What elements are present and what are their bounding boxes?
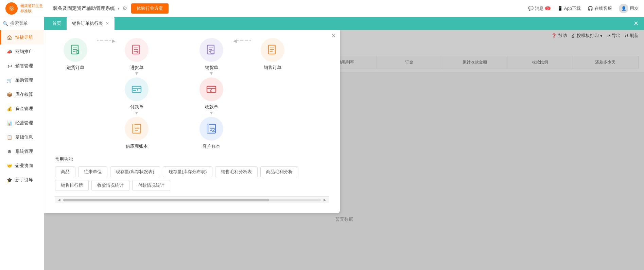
system-title-area: 装备及固定资产辅助管理系统 ▾ ⚙ bbox=[50, 5, 127, 12]
headset-icon: 🎧 bbox=[588, 6, 593, 11]
tab-home[interactable]: 首页 bbox=[47, 17, 67, 30]
svg-text:¥: ¥ bbox=[137, 88, 138, 91]
cooperation-icon: 🤝 bbox=[6, 163, 13, 169]
sidebar-item-guide[interactable]: 🎓 新手引导 bbox=[0, 173, 44, 187]
logo-area: ⑥ 畅康通好生意 标准版 bbox=[5, 2, 46, 15]
svg-rect-30 bbox=[207, 124, 209, 133]
settings-icon[interactable]: ⚙ bbox=[122, 5, 127, 12]
sidebar-item-marketing[interactable]: 📣 营销推广 bbox=[0, 44, 44, 59]
basic-info-icon: 📋 bbox=[6, 134, 13, 140]
scroll-left-icon[interactable]: ◀ bbox=[58, 198, 60, 202]
main-layout: 🔍 搜索菜单 🏠 快捷导航 📣 营销推广 🏷 销售管理 🛒 采购管理 📦 bbox=[0, 17, 644, 270]
node-receipt[interactable]: ¥ 收款单 bbox=[191, 77, 232, 110]
sales-bill-label: 销货单 bbox=[205, 65, 218, 71]
func-btns: 商品 往来单位 现存量(库存状况表) 现存量(库存分布表) 销售毛利分析表 商品… bbox=[55, 166, 329, 177]
search-menu[interactable]: 🔍 搜索菜单 bbox=[0, 17, 44, 30]
node-customer-ledger[interactable]: 客户账本 bbox=[191, 117, 232, 149]
guide-icon: 🎓 bbox=[6, 177, 13, 183]
scroll-right-icon[interactable]: ▶ bbox=[324, 198, 326, 202]
receipt-icon: ¥ bbox=[199, 77, 223, 101]
node-payment[interactable]: ¥ 付款单 bbox=[116, 77, 157, 110]
sidebar-item-operations[interactable]: 📊 经营管理 bbox=[0, 116, 44, 130]
trial-button[interactable]: 体验行业方案 bbox=[131, 3, 169, 14]
tab-sales-order-exec[interactable]: 销售订单执行表 ✕ bbox=[67, 17, 115, 30]
func-btn-sales-margin[interactable]: 销售毛利分析表 bbox=[215, 166, 258, 177]
flow-panel-close-icon[interactable]: ✕ bbox=[331, 33, 336, 39]
sidebar-item-finance[interactable]: 💰 资金管理 bbox=[0, 102, 44, 116]
supplier-ledger-label: 供应商账本 bbox=[126, 143, 148, 149]
system-title: 装备及固定资产辅助管理系统 bbox=[53, 5, 115, 12]
svg-rect-12 bbox=[211, 50, 214, 53]
sidebar: 🔍 搜索菜单 🏠 快捷导航 📣 营销推广 🏷 销售管理 🛒 采购管理 📦 bbox=[0, 17, 44, 270]
node-sales-bill[interactable]: 销货单 bbox=[191, 38, 232, 71]
customer-ledger-icon bbox=[199, 117, 223, 141]
purchase-icon: 🛒 bbox=[6, 77, 13, 83]
customer-ledger-label: 客户账本 bbox=[203, 143, 220, 149]
home-icon: 🏠 bbox=[6, 34, 13, 40]
message-badge: 5 bbox=[545, 6, 551, 10]
func-btn-sales-rank[interactable]: 销售排行榜 bbox=[55, 180, 89, 191]
operations-icon: 📊 bbox=[6, 120, 13, 126]
app-wrapper: ⑥ 畅康通好生意 标准版 装备及固定资产辅助管理系统 ▾ ⚙ 体验行业方案 💬 … bbox=[0, 0, 644, 270]
func-btn-counterpart[interactable]: 往来单位 bbox=[78, 166, 107, 177]
sales-bill-icon bbox=[199, 38, 223, 62]
sidebar-item-purchase[interactable]: 🛒 采购管理 bbox=[0, 73, 44, 87]
flow-panel: ✕ 进货订单 bbox=[44, 30, 340, 213]
sidebar-item-basic-info[interactable]: 📋 基础信息 bbox=[0, 130, 44, 144]
func-btn-inventory-dist[interactable]: 现存量(库存分布表) bbox=[163, 166, 213, 177]
message-icon: 💬 bbox=[528, 6, 534, 11]
node-supplier-ledger[interactable]: 供应商账本 bbox=[116, 117, 157, 149]
sidebar-item-inventory[interactable]: 📦 库存核算 bbox=[0, 87, 44, 102]
scroll-thumb bbox=[63, 199, 269, 201]
purchase-order-label: 进货订单 bbox=[67, 65, 84, 71]
top-bar-right: 💬 消息 5 📱 App下载 🎧 在线客服 👤 用友 bbox=[528, 4, 639, 13]
tab-close-icon[interactable]: ✕ bbox=[106, 21, 109, 26]
window-close-icon[interactable]: ✕ bbox=[633, 20, 639, 27]
search-icon: 🔍 bbox=[3, 21, 8, 26]
func-btn-inventory-status[interactable]: 现存量(库存状况表) bbox=[110, 166, 160, 177]
func-btns-row2: 销售排行榜 收款情况统计 付款情况统计 bbox=[55, 180, 329, 191]
scroll-bar-area: ◀ ▶ bbox=[55, 196, 329, 203]
node-purchase-order[interactable]: 进货订单 bbox=[55, 38, 96, 71]
node-sales-order[interactable]: 销售订单 bbox=[252, 38, 293, 71]
scroll-track[interactable] bbox=[63, 199, 321, 201]
purchase-bill-label: 进货单 bbox=[130, 65, 143, 71]
logo-text: 畅康通好生意 标准版 bbox=[20, 3, 43, 13]
avatar: 👤 bbox=[619, 4, 628, 13]
svg-rect-19 bbox=[133, 90, 136, 91]
phone-icon: 📱 bbox=[557, 6, 563, 11]
app-logo-icon: ⑥ bbox=[5, 2, 18, 15]
top-bar-left: ⑥ 畅康通好生意 标准版 装备及固定资产辅助管理系统 ▾ ⚙ 体验行业方案 bbox=[5, 2, 169, 15]
content-main: ❓ 帮助 🖨 按模板打印 ▾ ↗ 导出 ↺ bbox=[44, 30, 644, 270]
common-funcs-area: 常用功能 商品 往来单位 现存量(库存状况表) 现存量(库存分布表) 销售毛利分… bbox=[55, 156, 329, 191]
message-button[interactable]: 💬 消息 5 bbox=[528, 5, 551, 12]
overlay-panel: ✕ 进货订单 bbox=[44, 30, 644, 270]
func-btn-payment-stats[interactable]: 付款情况统计 bbox=[132, 180, 170, 191]
sidebar-item-sales[interactable]: 🏷 销售管理 bbox=[0, 59, 44, 73]
sidebar-item-system[interactable]: ⚙ 系统管理 bbox=[0, 144, 44, 159]
payment-label: 付款单 bbox=[130, 104, 143, 110]
system-icon: ⚙ bbox=[6, 148, 13, 155]
sidebar-item-cooperation[interactable]: 🤝 企业协同 bbox=[0, 159, 44, 173]
sales-icon: 🏷 bbox=[6, 63, 13, 69]
func-btn-receipt-stats[interactable]: 收款情况统计 bbox=[91, 180, 129, 191]
content-area: 首页 销售订单执行表 ✕ ✕ ❓ 帮助 bbox=[44, 17, 644, 270]
inventory-icon: 📦 bbox=[6, 91, 13, 97]
svg-text:¥: ¥ bbox=[210, 89, 212, 93]
app-download-button[interactable]: 📱 App下载 bbox=[557, 5, 581, 12]
payment-icon: ¥ bbox=[125, 77, 149, 101]
node-purchase-bill[interactable]: 进货单 bbox=[116, 38, 157, 71]
func-btn-product[interactable]: 商品 bbox=[55, 166, 75, 177]
sales-order-label: 销售订单 bbox=[264, 65, 281, 71]
common-funcs-title: 常用功能 bbox=[55, 156, 329, 162]
system-dropdown-icon[interactable]: ▾ bbox=[118, 6, 120, 11]
purchase-bill-icon bbox=[125, 38, 149, 62]
user-area[interactable]: 👤 用友 bbox=[619, 4, 639, 13]
func-btn-product-margin[interactable]: 商品毛利分析 bbox=[260, 166, 298, 177]
svg-rect-25 bbox=[133, 124, 135, 133]
online-service-button[interactable]: 🎧 在线客服 bbox=[588, 5, 612, 12]
supplier-ledger-icon bbox=[125, 117, 149, 141]
tab-bar: 首页 销售订单执行表 ✕ ✕ bbox=[44, 17, 644, 30]
finance-icon: 💰 bbox=[6, 106, 13, 112]
sidebar-item-quick-nav[interactable]: 🏠 快捷导航 bbox=[0, 30, 44, 44]
